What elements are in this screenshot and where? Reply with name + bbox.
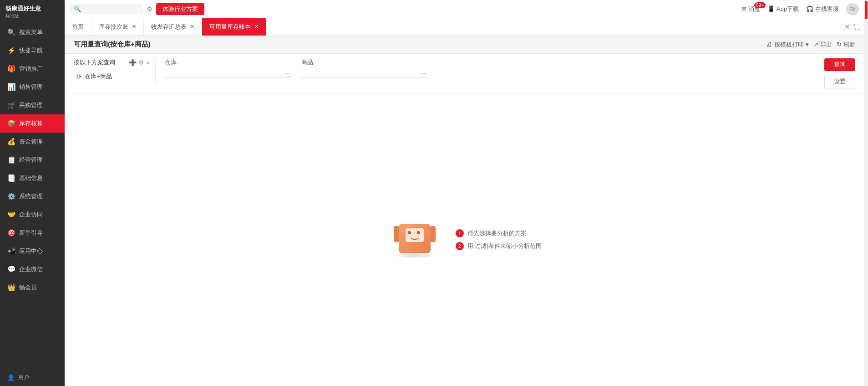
page-title: 可用量查询(按仓库+商品) xyxy=(74,40,151,49)
settings-scheme-icon[interactable]: ⚙ xyxy=(138,59,144,66)
warehouse-input[interactable] xyxy=(165,70,281,77)
settings-icon[interactable]: ⚙ xyxy=(147,5,152,13)
warehouse-more-btn[interactable]: ··· xyxy=(283,69,292,77)
right-scrollbar[interactable] xyxy=(864,0,868,386)
sidebar-item-label: 搜索菜单 xyxy=(19,28,43,36)
filter-field-goods: 商品 ··· xyxy=(301,58,429,78)
newbie-icon: 🎯 xyxy=(7,229,15,237)
robot-shadow xyxy=(396,253,433,258)
gift-icon: 🎁 xyxy=(7,65,15,73)
tab-available-ledger[interactable]: 可用量库存账本 ✕ xyxy=(202,18,266,36)
sidebar-item-shortcut[interactable]: ⚡ 快捷导航 xyxy=(0,41,65,60)
sidebar-item-system[interactable]: ⚙️ 系统管理 xyxy=(0,187,65,206)
export-icon: ↗ xyxy=(813,41,818,48)
warehouse-input-container: ··· xyxy=(165,68,292,78)
notification-icon: ✉ xyxy=(741,5,746,12)
refresh-btn[interactable]: ↻ 刷新 xyxy=(837,41,855,49)
sidebar-item-wechat[interactable]: 💬 企业微信 xyxy=(0,260,65,278)
sales-icon: 📊 xyxy=(7,83,15,91)
printer-icon: 🖨 xyxy=(766,41,772,48)
sidebar-scroll: 🔍 搜索菜单 ⚡ 快捷导航 🎁 营销推广 📊 销售管理 🛒 采购管理 📦 库存核… xyxy=(0,23,65,369)
sidebar-item-enterprise[interactable]: 🤝 企业协同 xyxy=(0,206,65,224)
filter-bar: 按以下方案查询 ➕ ⚙ « ⟳ 仓库+商品 仓库 xyxy=(65,54,864,93)
export-btn[interactable]: ↗ 导出 xyxy=(813,41,832,49)
online-service-btn[interactable]: 🎧 在线客服 xyxy=(806,5,839,13)
sidebar-item-label: 系统管理 xyxy=(19,192,43,201)
sidebar-item-label: 经营管理 xyxy=(19,156,43,164)
finance-icon: 💰 xyxy=(7,138,15,146)
collapse-icon[interactable]: « xyxy=(146,59,150,66)
goods-input[interactable] xyxy=(301,70,418,77)
tab-batch-account[interactable]: 库存批次账 ✕ xyxy=(91,18,144,36)
shortcut-icon: ⚡ xyxy=(7,46,15,55)
setting-button[interactable]: 设置 xyxy=(824,75,855,88)
tab-home[interactable]: 首页 xyxy=(65,18,91,36)
scheme-item-label: 仓库+商品 xyxy=(85,72,112,81)
goods-label: 商品 xyxy=(301,58,429,67)
notification-btn[interactable]: ✉ 消息 99+ xyxy=(741,5,760,13)
tab-close-icon[interactable]: ✕ xyxy=(132,24,136,30)
scheme-item-warehouse-goods[interactable]: ⟳ 仓库+商品 xyxy=(74,70,150,83)
scrollbar-thumb[interactable] xyxy=(865,1,868,19)
sidebar: 畅康通好生意 标准版 🔍 搜索菜单 ⚡ 快捷导航 🎁 营销推广 📊 销售管理 🛒… xyxy=(0,0,65,386)
sidebar-item-newbie[interactable]: 🎯 新手引导 xyxy=(0,224,65,242)
user-avatar[interactable]: Rit xyxy=(846,3,859,15)
close-tab-icon[interactable]: ✕ xyxy=(844,23,850,31)
topbar-search[interactable]: 🔍 xyxy=(70,4,143,14)
filter-scheme-header: 按以下方案查询 ➕ ⚙ « xyxy=(74,58,150,67)
sidebar-item-label: 企业协同 xyxy=(19,211,43,219)
sidebar-item-basic-info[interactable]: 📑 基础信息 xyxy=(0,169,65,187)
sidebar-item-inventory[interactable]: 📦 库存核算 xyxy=(0,114,65,133)
content-area: 可用量查询(按仓库+商品) 🖨 按模板打印 ▾ ↗ 导出 ↻ 刷新 xyxy=(65,36,864,386)
sidebar-item-finance[interactable]: 💰 资金管理 xyxy=(0,133,65,151)
app-download-label: App下载 xyxy=(777,5,799,13)
topbar: 🔍 ⚙ 体验行业方案 ✉ 消息 99+ 📱 App下载 🎧 在线客服 Rit xyxy=(65,0,864,18)
add-scheme-icon[interactable]: ➕ xyxy=(129,59,137,66)
sidebar-item-label: 新手引导 xyxy=(19,229,43,237)
tab-close-icon[interactable]: ✕ xyxy=(190,24,194,30)
sidebar-bottom[interactable]: 👤 用户 xyxy=(0,369,65,386)
chevron-down-icon[interactable]: ▾ xyxy=(806,41,809,48)
sidebar-item-vip[interactable]: 👑 畅会员 xyxy=(0,278,65,297)
sidebar-item-app-center[interactable]: 📲 应用中心 xyxy=(0,242,65,260)
query-button[interactable]: 查询 xyxy=(824,58,855,71)
basic-info-icon: 📑 xyxy=(7,174,15,182)
app-center-icon: 📲 xyxy=(7,247,15,255)
tab-close-icon[interactable]: ✕ xyxy=(254,24,259,30)
tab-available-ledger-label: 可用量库存账本 xyxy=(209,23,251,31)
tab-receive-summary[interactable]: 收发存汇总表 ✕ xyxy=(144,18,202,36)
robot-ear-right xyxy=(430,226,436,242)
page-header-actions: 🖨 按模板打印 ▾ ↗ 导出 ↻ 刷新 xyxy=(766,41,855,49)
tab-batch-account-label: 库存批次账 xyxy=(99,23,128,31)
sidebar-item-label: 应用中心 xyxy=(19,247,43,255)
enterprise-icon: 🤝 xyxy=(7,211,15,219)
print-btn[interactable]: 🖨 按模板打印 ▾ xyxy=(766,41,809,49)
refresh-icon: ↻ xyxy=(837,41,842,48)
robot-face xyxy=(406,228,424,242)
sidebar-item-sales[interactable]: 📊 销售管理 xyxy=(0,78,65,96)
hint-1-text: 请先选择要分析的方案 xyxy=(467,229,527,237)
vip-icon: 👑 xyxy=(7,283,15,292)
app-download-btn[interactable]: 📱 App下载 xyxy=(767,5,799,13)
goods-more-btn[interactable]: ··· xyxy=(420,69,429,77)
refresh-label: 刷新 xyxy=(843,41,855,49)
main-area: 🔍 ⚙ 体验行业方案 ✉ 消息 99+ 📱 App下载 🎧 在线客服 Rit xyxy=(65,0,864,386)
system-icon: ⚙️ xyxy=(7,192,15,201)
sidebar-item-operation[interactable]: 📋 经营管理 xyxy=(0,151,65,169)
page-header: 可用量查询(按仓库+商品) 🖨 按模板打印 ▾ ↗ 导出 ↻ 刷新 xyxy=(65,36,864,54)
sidebar-item-label: 快捷导航 xyxy=(19,46,43,55)
user-name: Rit xyxy=(849,6,855,12)
wechat-icon: 💬 xyxy=(7,265,15,273)
app-title: 畅康通好生意 xyxy=(5,5,59,13)
online-service-label: 在线客服 xyxy=(815,5,839,13)
tabbar: 首页 库存批次账 ✕ 收发存汇总表 ✕ 可用量库存账本 ✕ ✕ ⛶ xyxy=(65,18,864,36)
sidebar-item-search[interactable]: 🔍 搜索菜单 xyxy=(0,23,65,41)
sidebar-item-marketing[interactable]: 🎁 营销推广 xyxy=(0,60,65,78)
sidebar-item-purchase[interactable]: 🛒 采购管理 xyxy=(0,96,65,114)
sidebar-item-label: 采购管理 xyxy=(19,101,43,109)
sidebar-item-label: 销售管理 xyxy=(19,83,43,91)
query-buttons: 查询 设置 xyxy=(815,58,855,88)
maximize-icon[interactable]: ⛶ xyxy=(854,23,861,31)
search-input[interactable] xyxy=(83,6,137,12)
trial-button[interactable]: 体验行业方案 xyxy=(156,3,204,15)
